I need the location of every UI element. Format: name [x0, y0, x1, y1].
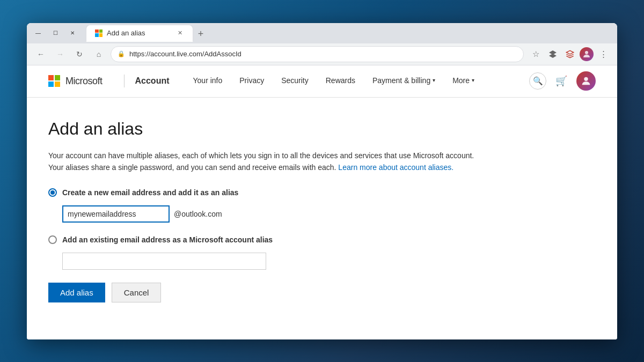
star-button[interactable]: ☆ — [528, 47, 543, 62]
tab-close-btn[interactable]: ✕ — [175, 29, 184, 38]
url-text: https://account.live.com/AddAssocId — [129, 50, 241, 58]
new-tab-btn[interactable]: + — [193, 27, 208, 42]
new-email-row: @outlook.com — [62, 205, 488, 223]
payment-chevron-icon: ▾ — [433, 77, 435, 83]
existing-email-input[interactable] — [62, 253, 266, 270]
nav-account-label: Account — [135, 76, 170, 86]
option2-radio-btn[interactable] — [48, 235, 57, 244]
back-button[interactable]: ← — [33, 47, 48, 62]
form-buttons: Add alias Cancel — [48, 283, 488, 302]
ms-logo — [48, 75, 60, 87]
nav-link-payment[interactable]: Payment & billing ▾ — [365, 65, 443, 98]
browser-chrome: — ☐ ✕ Add an alias ✕ — [27, 23, 617, 65]
menu-button[interactable]: ⋮ — [596, 47, 611, 62]
svg-point-0 — [585, 51, 588, 54]
nav-link-security[interactable]: Security — [274, 65, 316, 98]
browser-window: — ☐ ✕ Add an alias ✕ — [27, 23, 617, 339]
address-bar[interactable]: 🔒 https://account.live.com/AddAssocId — [111, 46, 524, 62]
svg-point-1 — [584, 77, 588, 81]
browser-actions: ☆ ⋮ — [528, 47, 611, 62]
window-controls: — ☐ ✕ — [31, 28, 79, 38]
nav-actions: 🔍 🛒 — [529, 71, 596, 91]
option1-section: Create a new email address and add it as… — [48, 188, 488, 223]
ms-brand-text: Microsoft — [65, 76, 103, 87]
nav-link-rewards[interactable]: Rewards — [318, 65, 363, 98]
cart-icon: 🛒 — [555, 75, 567, 87]
nav-divider — [124, 75, 125, 87]
nav-link-your-info[interactable]: Your info — [186, 65, 230, 98]
search-icon: 🔍 — [533, 76, 543, 86]
page-title: Add an alias — [48, 119, 488, 139]
active-tab[interactable]: Add an alias ✕ — [86, 25, 193, 42]
close-button[interactable]: ✕ — [65, 28, 79, 38]
option2-label: Add an existing email address as a Micro… — [62, 235, 273, 244]
new-email-input[interactable] — [62, 205, 170, 223]
minimize-button[interactable]: — — [31, 28, 45, 38]
cancel-button[interactable]: Cancel — [112, 283, 162, 302]
forward-button[interactable]: → — [53, 47, 68, 62]
option1-radio-btn[interactable] — [48, 188, 57, 197]
address-bar-row: ← → ↻ ⌂ 🔒 https://account.live.com/AddAs… — [27, 43, 617, 65]
page-content: Microsoft Account Your info Privacy Secu… — [27, 65, 617, 339]
tab-favicon — [95, 29, 103, 37]
nav-search-button[interactable]: 🔍 — [529, 72, 546, 90]
ms-navigation: Microsoft Account Your info Privacy Secu… — [27, 65, 617, 98]
nav-link-more[interactable]: More ▾ — [445, 65, 482, 98]
nav-cart-button[interactable]: 🛒 — [553, 72, 570, 90]
refresh-button[interactable]: ↻ — [72, 47, 87, 62]
page-main: Add an alias Your account can have multi… — [27, 98, 510, 324]
learn-more-link[interactable]: Learn more about account aliases. — [338, 163, 453, 172]
option1-label: Create a new email address and add it as… — [62, 188, 238, 197]
home-button[interactable]: ⌂ — [91, 47, 106, 62]
option2-radio-label[interactable]: Add an existing email address as a Micro… — [48, 235, 488, 244]
browser-profile-avatar[interactable] — [580, 47, 594, 61]
add-alias-button[interactable]: Add alias — [48, 283, 105, 302]
title-bar: — ☐ ✕ Add an alias ✕ — [27, 23, 617, 43]
page-description: Your account can have multiple aliases, … — [48, 150, 488, 174]
email-domain-text: @outlook.com — [174, 210, 222, 218]
nav-links: Your info Privacy Security Rewards Payme… — [186, 65, 529, 98]
more-chevron-icon: ▾ — [472, 77, 474, 83]
ms-logo-area: Microsoft — [48, 75, 103, 87]
tab-area: Add an alias ✕ + — [86, 25, 613, 42]
tab-title: Add an alias — [107, 29, 145, 37]
option1-radio-label[interactable]: Create a new email address and add it as… — [48, 188, 488, 197]
layers-button[interactable] — [545, 47, 560, 62]
extension-button[interactable] — [562, 47, 577, 62]
nav-profile-avatar[interactable] — [576, 71, 596, 91]
nav-link-privacy[interactable]: Privacy — [232, 65, 272, 98]
maximize-button[interactable]: ☐ — [48, 28, 62, 38]
lock-icon: 🔒 — [118, 50, 125, 57]
option2-section: Add an existing email address as a Micro… — [48, 235, 488, 270]
